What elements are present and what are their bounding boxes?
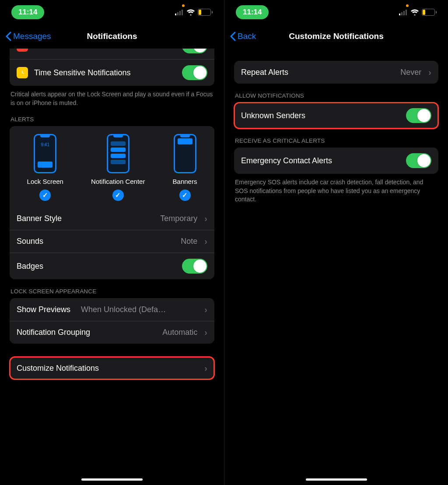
status-time: 11:14 <box>236 5 269 19</box>
checkmark-icon: ✓ <box>112 190 124 201</box>
status-time: 11:14 <box>11 5 44 19</box>
notification-grouping-value: Automatic <box>162 328 197 337</box>
emergency-contact-label: Emergency Contact Alerts <box>241 156 400 165</box>
status-icons: 18 <box>175 9 213 16</box>
customize-notifications-row[interactable]: Customize Notifications › <box>10 357 214 380</box>
badges-toggle[interactable] <box>182 259 207 274</box>
critical-header: RECEIVE AS CRITICAL ALERTS <box>234 129 438 148</box>
allow-header: ALLOW NOTIFICATIONS <box>234 84 438 102</box>
critical-alerts-label: Critical Alerts <box>34 49 176 51</box>
time-sensitive-toggle[interactable] <box>182 65 207 80</box>
alert-type-label: Lock Screen <box>27 178 63 185</box>
show-previews-row[interactable]: Show Previews When Unlocked (Defa… › <box>10 298 214 321</box>
sounds-value: Note <box>181 237 197 246</box>
back-button[interactable]: Back <box>230 32 256 41</box>
notification-grouping-row[interactable]: Notification Grouping Automatic › <box>10 321 214 344</box>
unknown-senders-label: Unknown Senders <box>241 111 400 120</box>
checkmark-icon: ✓ <box>39 190 51 201</box>
wifi-icon <box>410 9 419 15</box>
back-label: Messages <box>13 32 51 41</box>
unknown-senders-toggle[interactable] <box>406 108 431 123</box>
notification-center-icon <box>107 134 130 173</box>
chevron-right-icon: › <box>204 214 207 224</box>
wifi-icon <box>186 9 195 15</box>
unknown-senders-group: Unknown Senders <box>234 102 438 129</box>
back-button[interactable]: Messages <box>5 32 51 41</box>
privacy-dot-icon <box>182 4 185 7</box>
status-icons: 18 <box>399 9 437 16</box>
checkmark-icon: ✓ <box>179 190 191 201</box>
chevron-left-icon <box>5 32 11 41</box>
alert-type-lock-screen[interactable]: 9:41 Lock Screen ✓ <box>27 134 63 201</box>
badges-row[interactable]: Badges <box>10 253 214 279</box>
page-title: Customize Notifications <box>224 32 448 41</box>
customize-group: Customize Notifications › <box>10 357 214 380</box>
chevron-right-icon: › <box>204 236 207 246</box>
critical-alerts-row[interactable]: ! Critical Alerts <box>10 49 214 59</box>
repeat-alerts-value: Never <box>400 68 421 77</box>
time-sensitive-label: Time Sensitive Notifications <box>34 68 176 77</box>
emergency-contact-row[interactable]: Emergency Contact Alerts <box>234 148 438 174</box>
alerts-header: ALERTS <box>10 107 214 126</box>
alerts-group: 9:41 Lock Screen ✓ Notification Center ✓… <box>10 126 214 279</box>
nav-bar: Back Customize Notifications <box>224 24 448 49</box>
svg-rect-7 <box>403 11 405 15</box>
status-bar: 11:14 18 <box>224 0 448 24</box>
home-indicator[interactable] <box>81 478 143 481</box>
lock-screen-icon: 9:41 <box>34 134 56 173</box>
emergency-contact-toggle[interactable] <box>406 153 431 168</box>
svg-rect-5 <box>399 14 400 15</box>
cellular-signal-icon <box>399 9 408 15</box>
back-label: Back <box>238 32 256 41</box>
emergency-group: Emergency Contact Alerts <box>234 148 438 174</box>
chevron-right-icon: › <box>204 327 207 337</box>
banner-style-row[interactable]: Banner Style Temporary › <box>10 207 214 230</box>
alert-type-label: Banners <box>173 178 197 185</box>
lock-screen-group: Show Previews When Unlocked (Defa… › Not… <box>10 298 214 344</box>
battery-icon: 18 <box>422 9 437 16</box>
alert-type-banners[interactable]: Banners ✓ <box>173 134 197 201</box>
exclamation-icon: ! <box>17 49 28 52</box>
battery-icon: 18 <box>198 9 213 16</box>
privacy-dot-icon <box>406 4 409 7</box>
alert-type-label: Notification Center <box>91 178 145 185</box>
alert-types-row: 9:41 Lock Screen ✓ Notification Center ✓… <box>10 126 214 207</box>
svg-rect-1 <box>177 12 178 15</box>
home-indicator[interactable] <box>306 478 367 481</box>
right-phone: 11:14 18 Back Customize Notifications Re… <box>224 0 448 485</box>
svg-rect-8 <box>406 10 407 15</box>
critical-group: ! Critical Alerts Time Sensitive Notific… <box>10 49 214 86</box>
banner-style-label: Banner Style <box>17 214 154 223</box>
left-phone: 11:14 18 Messages Notifications ! Critic… <box>0 0 224 485</box>
emergency-footer: Emergency SOS alerts include car crash d… <box>234 174 438 204</box>
badges-label: Badges <box>17 262 176 271</box>
chevron-right-icon: › <box>204 363 207 373</box>
svg-rect-0 <box>175 14 176 15</box>
critical-alerts-toggle[interactable] <box>182 49 207 53</box>
show-previews-label: Show Previews <box>17 305 70 314</box>
clock-icon <box>17 67 28 78</box>
repeat-alerts-label: Repeat Alerts <box>241 68 394 77</box>
banner-icon <box>174 134 196 173</box>
banner-style-value: Temporary <box>160 214 197 223</box>
unknown-senders-row[interactable]: Unknown Senders <box>234 102 438 129</box>
repeat-alerts-row[interactable]: Repeat Alerts Never › <box>234 61 438 84</box>
chevron-left-icon <box>230 32 236 41</box>
critical-footer: Critical alerts appear on the Lock Scree… <box>10 86 214 107</box>
svg-rect-3 <box>182 10 183 15</box>
nav-bar: Messages Notifications <box>0 24 224 49</box>
svg-rect-6 <box>401 12 402 15</box>
content: Repeat Alerts Never › ALLOW NOTIFICATION… <box>224 49 448 485</box>
notification-grouping-label: Notification Grouping <box>17 328 156 337</box>
svg-rect-2 <box>179 11 181 15</box>
repeat-group: Repeat Alerts Never › <box>234 61 438 84</box>
customize-notifications-label: Customize Notifications <box>17 364 197 373</box>
sounds-label: Sounds <box>17 237 175 246</box>
sounds-row[interactable]: Sounds Note › <box>10 230 214 253</box>
alert-type-notification-center[interactable]: Notification Center ✓ <box>91 134 145 201</box>
time-sensitive-row[interactable]: Time Sensitive Notifications <box>10 59 214 86</box>
lock-screen-header: LOCK SCREEN APPEARANCE <box>10 279 214 298</box>
chevron-right-icon: › <box>204 305 207 315</box>
cellular-signal-icon <box>175 9 184 15</box>
status-bar: 11:14 18 <box>0 0 224 24</box>
